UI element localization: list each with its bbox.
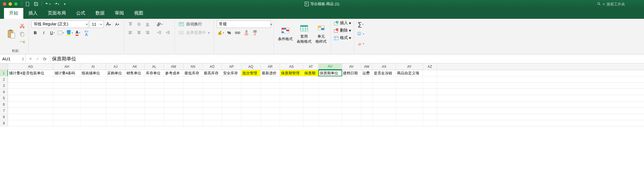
align-bottom-icon[interactable] xyxy=(144,21,151,28)
cell-AL6[interactable] xyxy=(145,101,164,107)
cell-AV9[interactable] xyxy=(342,120,361,126)
tab-插入[interactable]: 插入 xyxy=(23,8,43,19)
comma-button[interactable]: 000 xyxy=(234,29,241,36)
col-header-AN[interactable]: AN xyxy=(183,64,203,70)
cell-AI9[interactable] xyxy=(80,120,106,126)
cell-AL2[interactable] xyxy=(145,76,164,82)
row-header-8[interactable]: 8 xyxy=(0,114,8,120)
cell-AW2[interactable] xyxy=(361,76,373,82)
cell-AI1[interactable]: 报表辅单位 xyxy=(80,70,106,76)
minimize-window[interactable] xyxy=(9,2,12,6)
cell-AH7[interactable] xyxy=(53,108,80,114)
cell-AV5[interactable] xyxy=(342,95,361,101)
cell-AJ7[interactable] xyxy=(106,108,125,114)
cell-AR3[interactable] xyxy=(261,83,280,89)
cell-AL7[interactable] xyxy=(145,108,164,114)
cell-AL8[interactable] xyxy=(145,114,164,120)
tab-开始[interactable]: 开始 xyxy=(4,8,23,19)
cell-AP8[interactable] xyxy=(222,114,241,120)
redo-icon[interactable]: ▾ xyxy=(53,1,59,7)
cell-AT3[interactable] xyxy=(303,83,319,89)
cell-AV7[interactable] xyxy=(342,108,361,114)
cell-AT1[interactable]: 保质期 xyxy=(303,70,319,76)
cell-AP3[interactable] xyxy=(222,83,241,89)
cell-AJ9[interactable] xyxy=(106,120,125,126)
cell-AG1[interactable]: 辅计量4是否包装单位 xyxy=(8,70,53,76)
cell-AI6[interactable] xyxy=(80,101,106,107)
cell-AI8[interactable] xyxy=(80,114,106,120)
col-header-AZ[interactable]: AZ xyxy=(423,64,437,70)
cell-AW4[interactable] xyxy=(361,89,373,95)
cell-AM9[interactable] xyxy=(164,120,183,126)
wrap-text-button[interactable]: 自动换行 xyxy=(178,21,211,28)
italic-button[interactable]: I xyxy=(40,29,47,36)
cell-AZ6[interactable] xyxy=(423,101,437,107)
cell-AJ3[interactable] xyxy=(106,83,125,89)
cell-AG8[interactable] xyxy=(8,114,53,120)
cell-AZ2[interactable] xyxy=(423,76,437,82)
cell-AP5[interactable] xyxy=(222,95,241,101)
fill-color-button[interactable]: 🪣▾ xyxy=(66,29,73,36)
cell-AN2[interactable] xyxy=(183,76,203,82)
cell-AT2[interactable] xyxy=(303,76,319,82)
col-header-AP[interactable]: AP xyxy=(222,64,241,70)
row-header-1[interactable]: 1 xyxy=(0,70,8,76)
cell-AM2[interactable] xyxy=(164,76,183,82)
cell-AR5[interactable] xyxy=(261,95,280,101)
spreadsheet-grid[interactable]: AGAHAIAJAKALAMANAOAPAQARASATAUAVAWAXAYAZ… xyxy=(0,64,644,126)
cell-AW9[interactable] xyxy=(361,120,373,126)
insert-cells-button[interactable]: 插入▾ xyxy=(334,21,351,26)
cell-AN7[interactable] xyxy=(183,108,203,114)
cell-AO6[interactable] xyxy=(203,101,222,107)
cell-AU2[interactable] xyxy=(319,76,342,82)
cell-AN1[interactable]: 最低库存 xyxy=(183,70,203,76)
cell-AY4[interactable] xyxy=(396,89,423,95)
cell-AH9[interactable] xyxy=(53,120,80,126)
cell-AK7[interactable] xyxy=(125,108,145,114)
cell-AQ5[interactable] xyxy=(241,95,261,101)
font-size-dropdown[interactable]: ▾ xyxy=(90,21,104,28)
cell-AQ7[interactable] xyxy=(241,108,261,114)
cell-AJ8[interactable] xyxy=(106,114,125,120)
cell-AZ3[interactable] xyxy=(423,83,437,89)
cell-AO7[interactable] xyxy=(203,108,222,114)
cell-AQ3[interactable] xyxy=(241,83,261,89)
cell-AQ9[interactable] xyxy=(241,120,261,126)
cell-AN3[interactable] xyxy=(183,83,203,89)
col-header-AQ[interactable]: AQ xyxy=(241,64,261,70)
cell-AW8[interactable] xyxy=(361,114,373,120)
cell-AU9[interactable] xyxy=(319,120,342,126)
cell-AS6[interactable] xyxy=(280,101,303,107)
cell-AY3[interactable] xyxy=(396,83,423,89)
cell-AK1[interactable]: 销售单位 xyxy=(125,70,145,76)
cell-AO3[interactable] xyxy=(203,83,222,89)
row-header-9[interactable]: 9 xyxy=(0,120,8,126)
cell-AW5[interactable] xyxy=(361,95,373,101)
cell-AH4[interactable] xyxy=(53,89,80,95)
cell-AU6[interactable] xyxy=(319,101,342,107)
search-box[interactable]: ▾ xyxy=(597,2,641,6)
tab-页面布局[interactable]: 页面布局 xyxy=(43,8,71,19)
new-file-icon[interactable] xyxy=(25,1,30,7)
cell-AV4[interactable] xyxy=(342,89,361,95)
cell-AU3[interactable] xyxy=(319,83,342,89)
align-right-icon[interactable] xyxy=(144,29,151,36)
cell-AP9[interactable] xyxy=(222,120,241,126)
cell-AR7[interactable] xyxy=(261,108,280,114)
cell-AW3[interactable] xyxy=(361,83,373,89)
delete-cells-button[interactable]: 删除▾ xyxy=(334,28,351,33)
borders-button[interactable]: ▾ xyxy=(57,29,65,36)
increase-indent-icon[interactable] xyxy=(164,29,172,36)
cell-AU4[interactable] xyxy=(319,89,342,95)
qat-customize-icon[interactable]: ▾ xyxy=(62,1,68,7)
cell-AV1[interactable]: 建档日期 xyxy=(342,70,361,76)
col-header-AX[interactable]: AX xyxy=(373,64,396,70)
decrease-font-icon[interactable]: A▾ xyxy=(113,21,121,28)
cell-AM3[interactable] xyxy=(164,83,183,89)
clear-button[interactable]: ▾ xyxy=(357,40,364,47)
cell-AM7[interactable] xyxy=(164,108,183,114)
cell-AT7[interactable] xyxy=(303,108,319,114)
cell-AS8[interactable] xyxy=(280,114,303,120)
cell-AJ2[interactable] xyxy=(106,76,125,82)
cell-AY1[interactable]: 商品自定义项 xyxy=(396,70,423,76)
